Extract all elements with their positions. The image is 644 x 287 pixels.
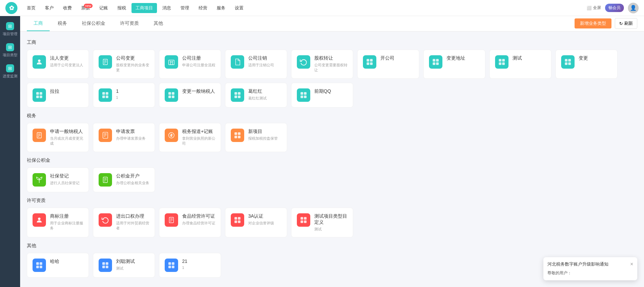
svg-rect-80 xyxy=(103,266,105,268)
service-card[interactable]: 公司注销 适用于注销公司 xyxy=(225,50,287,79)
fullscreen-btn[interactable]: ⬜ 全屏 xyxy=(587,5,601,11)
svg-rect-27 xyxy=(40,96,42,98)
svg-rect-33 xyxy=(172,92,174,94)
tab-其他[interactable]: 其他 xyxy=(147,16,170,31)
card-title: 社保登记 xyxy=(50,173,83,179)
tab-bar: 工商税务社保公积金许可资质其他 xyxy=(20,16,644,31)
nav-item-经营[interactable]: 经营 xyxy=(195,3,211,13)
sidebar-item-项目管理[interactable]: ⊞ 项目管理 xyxy=(0,19,20,40)
nav-item-服务[interactable]: 服务 xyxy=(213,3,229,13)
service-card[interactable]: 开公司 xyxy=(357,50,419,79)
service-card[interactable]: 1 1 xyxy=(93,83,155,107)
card-desc: 办理申请发票业务 xyxy=(116,136,149,141)
service-card[interactable]: 测试 xyxy=(489,50,551,79)
nav-item-管理[interactable]: 管理 xyxy=(176,3,193,13)
service-card[interactable]: 变更地址 xyxy=(423,50,485,79)
card-title: 公司变更 xyxy=(116,55,149,61)
card-title: 葛红红 xyxy=(248,88,281,94)
service-card[interactable]: 税务报道+记账 拿到营业执照的新公司 xyxy=(159,123,221,152)
service-card[interactable]: 3A认证 对企业信誉评级 xyxy=(225,208,287,237)
top-nav: ✿ 首页客户收费票据new记账报税工商项目消息管理经营服务设置 ⬜ 全屏 畅会员… xyxy=(0,0,644,16)
nav-item-工商项目[interactable]: 工商项目 xyxy=(131,3,157,13)
service-card[interactable]: 前期QQ xyxy=(291,83,353,107)
card-desc: 公司变更需要股权转让 xyxy=(314,63,347,73)
sidebar-item-label: 进度监测 xyxy=(3,74,17,79)
tab-工商[interactable]: 工商 xyxy=(27,16,50,31)
nav-item-设置[interactable]: 设置 xyxy=(231,3,248,13)
card-icon xyxy=(231,55,244,69)
card-title: 公司注销 xyxy=(248,55,281,61)
avatar[interactable]: 👤 xyxy=(628,3,639,13)
sidebar-icon: ⊞ xyxy=(6,22,14,30)
service-card[interactable]: 刘聪测试 测试 xyxy=(93,253,155,278)
svg-rect-6 xyxy=(170,61,171,62)
card-desc: 报税加税控盘保管 xyxy=(248,136,281,141)
new-business-type-button[interactable]: 新增业务类型 xyxy=(575,18,611,28)
card-title: 进出口权办理 xyxy=(116,213,149,219)
card-desc: 当月或次月成变更完成 xyxy=(50,136,83,146)
service-card[interactable]: 变更 xyxy=(555,50,618,79)
service-card[interactable]: 申请一般纳税人 当月或次月成变更完成 xyxy=(27,123,89,152)
cards-grid-社保公积金: 社保登记 进行人员社保登记 公积金开户 办理公积金相关业务 xyxy=(27,167,637,192)
card-desc: 测试 xyxy=(314,227,347,232)
refresh-button[interactable]: ↻ 刷新 xyxy=(615,18,637,29)
card-icon xyxy=(429,55,442,69)
card-title: 食品经营许可证 xyxy=(182,213,215,219)
card-text: 哈哈 xyxy=(50,259,83,266)
card-text: 变更一般纳税人 xyxy=(182,88,215,96)
svg-rect-16 xyxy=(499,59,501,61)
card-title: 测试 xyxy=(513,55,546,61)
service-card[interactable]: 21 1 xyxy=(159,253,221,278)
service-card[interactable]: 拉拉 xyxy=(27,83,89,107)
nav-item-报税[interactable]: 报税 xyxy=(113,3,130,13)
card-desc: 适用于公司变更法人 xyxy=(50,63,83,68)
service-card[interactable]: 进出口权办理 适用于对外贸易经营者 xyxy=(93,208,155,237)
svg-rect-28 xyxy=(103,92,105,94)
service-card[interactable]: 测试项目类型目定义 测试 xyxy=(291,208,353,237)
notif-close-button[interactable]: × xyxy=(630,261,633,267)
nav-item-消息[interactable]: 消息 xyxy=(158,3,175,13)
card-text: 变更 xyxy=(579,55,612,63)
sidebar-item-进度监测[interactable]: ⊞ 进度监测 xyxy=(0,61,20,82)
card-desc: 1 xyxy=(116,95,149,100)
card-title: 税务报道+记账 xyxy=(182,129,215,135)
service-card[interactable]: 变更一般纳税人 xyxy=(159,83,221,107)
svg-rect-55 xyxy=(235,136,237,138)
nav-right: ⬜ 全屏 畅会员 👤 xyxy=(587,3,639,13)
service-card[interactable]: 公积金开户 办理公积金相关业务 xyxy=(93,167,155,192)
cards-grid-工商: 法人变更 适用于公司变更法人 公司变更 股权变更外的业务变更 公司注册 申请公司… xyxy=(27,50,637,107)
nav-item-客户[interactable]: 客户 xyxy=(41,3,58,13)
tab-许可资质[interactable]: 许可资质 xyxy=(113,16,146,31)
service-card[interactable]: 股权转让 公司变更需要股权转让 xyxy=(291,50,353,79)
card-icon xyxy=(99,88,112,102)
card-title: 股权转让 xyxy=(314,55,347,61)
nav-item-收费[interactable]: 收费 xyxy=(59,3,76,13)
svg-rect-78 xyxy=(103,263,105,265)
svg-rect-43 xyxy=(304,96,306,98)
sidebar-item-项目类型[interactable]: ⊞ 项目类型 xyxy=(0,40,20,61)
service-card[interactable]: 公司变更 股权变更外的业务变更 xyxy=(93,50,155,79)
svg-rect-20 xyxy=(565,59,567,61)
service-card[interactable]: 哈哈 xyxy=(27,253,89,278)
svg-rect-12 xyxy=(433,59,435,61)
service-card[interactable]: 商标注册 用于企业商标注册服务 xyxy=(27,208,89,237)
service-card[interactable]: 新项目 报税加税控盘保管 xyxy=(225,123,287,152)
card-title: 拉拉 xyxy=(50,88,83,94)
svg-rect-85 xyxy=(172,266,174,268)
tab-社保公积金[interactable]: 社保公积金 xyxy=(75,16,112,31)
service-card[interactable]: 食品经营许可证 办理食品经营许可证 xyxy=(159,208,221,237)
service-card[interactable]: 葛红红 葛红红测试 xyxy=(225,83,287,107)
vip-btn[interactable]: 畅会员 xyxy=(605,4,624,12)
tab-税务[interactable]: 税务 xyxy=(51,16,74,31)
nav-item-首页[interactable]: 首页 xyxy=(23,3,40,13)
svg-rect-54 xyxy=(238,133,240,135)
nav-item-记账[interactable]: 记账 xyxy=(95,3,112,13)
service-card[interactable]: 法人变更 适用于公司变更法人 xyxy=(27,50,89,79)
nav-item-票据[interactable]: 票据new xyxy=(77,3,94,13)
service-card[interactable]: 公司注册 申请公司注册全流程 xyxy=(159,50,221,79)
card-text: 葛红红 葛红红测试 xyxy=(248,88,281,101)
card-icon xyxy=(297,213,310,227)
service-card[interactable]: 社保登记 进行人员社保登记 xyxy=(27,167,89,192)
service-card[interactable]: 申请发票 办理申请发票业务 xyxy=(93,123,155,152)
card-icon xyxy=(33,55,46,69)
